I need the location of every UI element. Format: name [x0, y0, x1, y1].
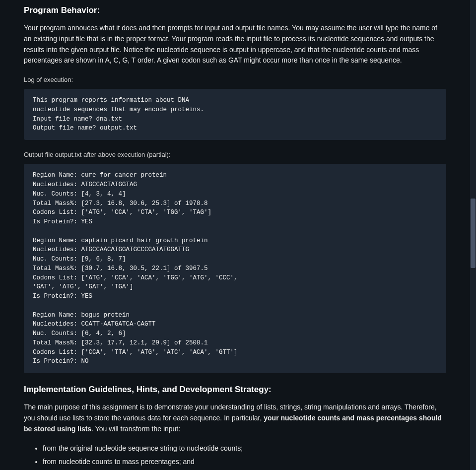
implementation-paragraph: The main purpose of this assignment is t… [24, 402, 446, 434]
document-content: Program Behavior: Your program annouces … [0, 0, 470, 470]
program-behavior-heading: Program Behavior: [24, 4, 446, 17]
implementation-heading: Implementation Guidelines, Hints, and De… [24, 383, 446, 396]
scrollbar-track[interactable] [470, 0, 476, 470]
output-code-block: Region Name: cure for cancer protein Nuc… [24, 164, 446, 373]
scrollbar-thumb[interactable] [471, 199, 476, 268]
impl-para-suffix: . You will transform the input: [91, 425, 180, 433]
list-item: from nucleotide counts to mass percentag… [43, 456, 446, 468]
log-code-block: This program reports information about D… [24, 89, 446, 140]
log-label: Log of execution: [24, 75, 446, 85]
program-behavior-paragraph: Your program annouces what it does and t… [24, 23, 446, 66]
output-label: Output file output.txt after above execu… [24, 150, 446, 160]
transformation-list: from the original nucleotide sequence st… [24, 443, 446, 470]
list-item: from the original nucleotide sequence st… [43, 443, 446, 455]
